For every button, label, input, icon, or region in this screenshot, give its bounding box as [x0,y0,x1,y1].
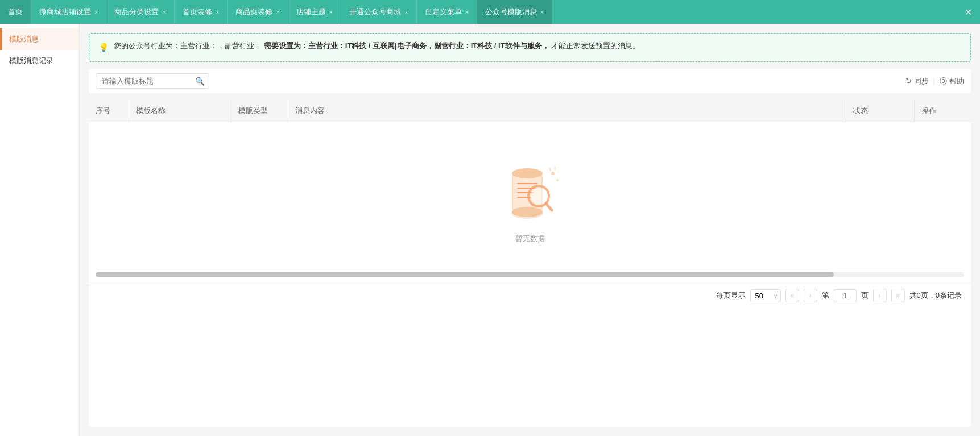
sidebar-item-template-msg-label: 模版消息 [9,35,39,43]
nav-category-settings[interactable]: 商品分类设置 × [106,0,174,24]
data-table: 序号 模版名称 模版类型 消息内容 状态 [89,100,971,267]
prev-page-button[interactable]: ‹ [804,289,817,302]
main-content: 💡 您的公众号行业为：主营行业：，副营行业： 需要设置为：主营行业：IT科技 /… [80,24,980,436]
col-type: 模版类型 [231,100,288,122]
nav-shop-theme-close[interactable]: × [329,9,333,15]
col-action: 操作 [914,100,971,122]
nav-category-settings-close[interactable]: × [162,9,166,15]
empty-illustration [496,156,564,225]
table-header-row: 序号 模版名称 模版类型 消息内容 状态 [89,100,971,122]
nav-custom-menu[interactable]: 自定义菜单 × [417,0,477,24]
svg-point-3 [512,168,543,178]
notice-suffix: 才能正常发送预置的消息。 [551,41,640,50]
nav-open-mall-close[interactable]: × [404,9,408,15]
notice-prefix: 您的公众号行业为：主营行业：，副营行业： [114,41,262,50]
global-close-icon: ✕ [965,7,972,18]
nav-open-mall-label: 开通公众号商城 [349,7,401,17]
svg-point-10 [531,188,547,204]
nav-home-decor-close[interactable]: × [216,9,219,15]
nav-product-decor-label: 商品页装修 [235,7,272,17]
col-name: 模版名称 [129,100,231,122]
nav-product-decor-close[interactable]: × [276,9,279,15]
sync-label: 同步 [914,76,929,86]
empty-text: 暂无数据 [515,234,545,244]
top-navigation: 首页 微商城店铺设置 × 商品分类设置 × 首页装修 × 商品页装修 × 店铺主… [0,0,980,24]
toolbar-right: ↻ 同步 | ⓪ 帮助 [905,76,964,86]
page-size-select-wrap: 10 20 50 100 [750,289,781,302]
svg-line-14 [549,168,551,171]
nav-shop-theme-label: 店铺主题 [296,7,326,17]
page-size-label: 每页显示 [716,290,746,301]
nav-shop-settings[interactable]: 微商城店铺设置 × [31,0,106,24]
toolbar-left: 🔍 [96,73,209,89]
nav-home[interactable]: 首页 [0,0,31,24]
nav-shop-settings-close[interactable]: × [94,9,98,15]
svg-point-13 [556,179,559,181]
page-unit: 页 [861,290,869,301]
page-size-select[interactable]: 10 20 50 100 [750,289,781,302]
main-layout: 模版消息 模版消息记录 💡 您的公众号行业为：主营行业：，副营行业： 需要设置为… [0,24,980,436]
search-wrap: 🔍 [96,73,209,89]
horizontal-scrollbar[interactable] [89,267,971,283]
help-icon: ⓪ [940,76,947,86]
sidebar: 模版消息 模版消息记录 [0,24,80,436]
notice-highlight: 需要设置为：主营行业：IT科技 / 互联网|电子商务，副营行业：IT科技 / I… [264,41,549,50]
help-label: 帮助 [949,76,964,86]
pagination-bar: 每页显示 10 20 50 100 « ‹ 第 页 › » 共0页，0条记录 [89,283,971,308]
nav-home-label: 首页 [8,7,23,17]
help-button[interactable]: ⓪ 帮助 [940,76,964,86]
sync-button[interactable]: ↻ 同步 [905,76,929,86]
nav-category-settings-label: 商品分类设置 [114,7,159,17]
search-icon[interactable]: 🔍 [195,77,205,86]
nav-home-decor-label: 首页装修 [183,7,212,17]
nav-shop-settings-label: 微商城店铺设置 [39,7,91,17]
search-input[interactable] [96,73,209,89]
nav-custom-menu-close[interactable]: × [465,9,469,15]
sidebar-item-template-msg-record[interactable]: 模版消息记录 [0,50,79,72]
first-page-button[interactable]: « [785,289,799,302]
next-page-button[interactable]: › [873,289,887,302]
bulb-icon: 💡 [98,41,109,55]
nav-template-msg[interactable]: 公众号模版消息 × [477,0,552,24]
svg-point-4 [512,207,543,217]
nav-product-decor[interactable]: 商品页装修 × [228,0,288,24]
nav-custom-menu-label: 自定义菜单 [425,7,462,17]
page-number-input[interactable] [834,289,857,302]
page-label: 第 [822,290,829,301]
nav-template-msg-label: 公众号模版消息 [485,7,537,17]
col-status: 状态 [846,100,914,122]
toolbar: 🔍 ↻ 同步 | ⓪ 帮助 [89,69,971,93]
nav-template-msg-close[interactable]: × [540,9,544,15]
svg-line-11 [546,204,552,210]
sidebar-item-template-msg-record-label: 模版消息记录 [9,56,53,65]
last-page-button[interactable]: » [891,289,905,302]
global-close-button[interactable]: ✕ [956,0,980,24]
nav-shop-theme[interactable]: 店铺主题 × [288,0,341,24]
divider: | [933,77,935,85]
sidebar-item-template-msg[interactable]: 模版消息 [0,28,79,50]
nav-home-decor[interactable]: 首页装修 × [175,0,228,24]
notice-box: 💡 您的公众号行业为：主营行业：，副营行业： 需要设置为：主营行业：IT科技 /… [89,33,971,62]
col-seq: 序号 [89,100,129,122]
col-content: 消息内容 [288,100,846,122]
sync-icon: ↻ [905,77,912,85]
data-table-container: 序号 模版名称 模版类型 消息内容 状态 [89,100,971,427]
svg-point-12 [551,172,555,175]
notice-text: 您的公众号行业为：主营行业：，副营行业： 需要设置为：主营行业：IT科技 / 互… [114,40,640,52]
total-info: 共0页，0条记录 [909,290,962,301]
empty-state: 暂无数据 [89,122,971,267]
nav-open-mall[interactable]: 开通公众号商城 × [341,0,416,24]
